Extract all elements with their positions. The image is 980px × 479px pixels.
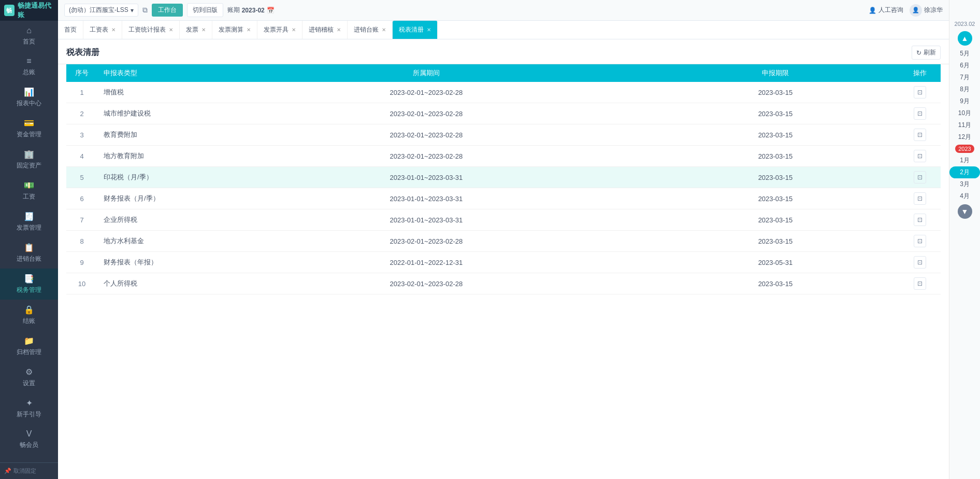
action-view-icon[interactable]: ⊡ [914,192,926,205]
col-action: 操作 [899,64,941,82]
sidebar-label-invoice-mgmt: 发票管理 [17,223,41,232]
close-account-icon: 🔒 [24,305,34,315]
calendar-icon[interactable]: 📅 [267,7,275,14]
col-period: 所属期间 [201,64,652,82]
timeline-month-8[interactable]: 8月 [949,83,980,95]
action-view-icon[interactable]: ⊡ [914,171,926,184]
cell-action: ⊡ [899,124,941,146]
timeline-month-6[interactable]: 6月 [949,60,980,72]
assets-icon: 🏢 [24,149,34,159]
timeline-month-12[interactable]: 12月 [949,131,980,143]
tab-in-out-check-close[interactable]: ✕ [337,27,341,33]
ledger-icon: ≡ [26,57,31,66]
action-view-icon[interactable]: ⊡ [914,214,926,226]
cell-type: 个人所得税 [97,273,201,294]
sidebar-label-salary: 工资 [23,192,35,201]
cell-type: 地方教育附加 [97,146,201,167]
capital-icon: 💳 [24,118,34,128]
tab-invoice-calc[interactable]: 发票测算 ✕ [212,21,257,39]
tab-salary-table[interactable]: 工资表 ✕ [83,21,122,39]
tab-salary-stats[interactable]: 工资统计报表 ✕ [122,21,180,39]
tax-icon: 📑 [24,274,34,284]
cell-seq: 4 [66,146,97,167]
cell-deadline: 2023-03-15 [652,146,899,167]
tab-salary-table-close[interactable]: ✕ [111,27,116,33]
cell-type: 财务报表（月/季） [97,188,201,209]
timeline-down-arrow[interactable]: ▼ [958,204,972,219]
cell-seq: 5 [66,167,97,188]
sidebar-item-member[interactable]: V 畅会员 [0,424,58,455]
timeline-month-9[interactable]: 9月 [949,95,980,107]
timeline-month-10[interactable]: 10月 [949,107,980,119]
sidebar-label-in-out: 进销台账 [17,255,41,263]
timeline-month-4[interactable]: 4月 [949,190,980,202]
switch-old-button[interactable]: 切到旧版 [187,3,223,17]
tab-invoice[interactable]: 发票 ✕ [180,21,212,39]
table-row: 1 增值税 2023-02-01~2023-02-28 2023-03-15 ⊡ [66,82,941,103]
cell-seq: 10 [66,273,97,294]
action-view-icon[interactable]: ⊡ [914,235,926,247]
table-row: 8 地方水利基金 2023-02-01~2023-02-28 2023-03-1… [66,231,941,252]
period-display: 账期 2023-02 📅 [227,6,275,15]
table-row: 10 个人所得税 2023-02-01~2023-02-28 2023-03-1… [66,273,941,294]
user-avatar[interactable]: 👤 徐凉华 [910,4,943,17]
tab-invoice-close[interactable]: ✕ [201,27,206,33]
action-view-icon[interactable]: ⊡ [914,129,926,141]
timeline-month-7[interactable]: 7月 [949,72,980,83]
tab-invoice-calc-close[interactable]: ✕ [247,27,251,33]
timeline-year-2023: 2023 [955,145,974,153]
archive-icon: 📁 [24,336,34,346]
tab-invoice-issue[interactable]: 发票开具 ✕ [257,21,302,39]
cell-type: 地方水利基金 [97,231,201,252]
tab-in-out-check[interactable]: 进销稽核 ✕ [302,21,348,39]
sidebar-item-archive[interactable]: 📁 归档管理 [0,331,58,362]
cell-type: 企业所得税 [97,209,201,231]
cell-type: 城市维护建设税 [97,103,201,124]
timeline-up-arrow[interactable]: ▲ [958,31,972,46]
timeline-header: 2023.02 [955,21,975,27]
timeline-month-2-active[interactable]: 2月 [949,166,980,178]
tab-tax-register[interactable]: 税表清册 ✕ [393,21,438,39]
salary-icon: 💵 [24,180,34,190]
tab-invoice-issue-close[interactable]: ✕ [292,27,296,33]
timeline-month-5[interactable]: 5月 [949,48,980,60]
support-link[interactable]: 👤 人工咨询 [869,6,903,15]
sidebar-item-reports[interactable]: 📊 报表中心 [0,82,58,113]
tab-salary-stats-close[interactable]: ✕ [169,27,173,33]
company-name: (勿动）江西服宝-LSS [69,6,128,15]
cell-type: 财务报表（年报） [97,252,201,273]
company-selector[interactable]: (勿动）江西服宝-LSS ▾ [64,4,138,17]
sidebar-item-guide[interactable]: ✦ 新手引导 [0,393,58,424]
timeline-month-1[interactable]: 1月 [949,154,980,166]
timeline-month-11[interactable]: 11月 [949,119,980,131]
sidebar-item-invoice-mgmt[interactable]: 🧾 发票管理 [0,206,58,237]
tab-in-out-ledger-close[interactable]: ✕ [382,27,386,33]
timeline-month-3[interactable]: 3月 [949,178,980,190]
sidebar-item-settings[interactable]: ⚙ 设置 [0,362,58,393]
action-view-icon[interactable]: ⊡ [914,256,926,269]
action-view-icon[interactable]: ⊡ [914,277,926,290]
sidebar-item-assets[interactable]: 🏢 固定资产 [0,144,58,175]
refresh-button[interactable]: ↻ 刷新 [912,46,941,60]
action-view-icon[interactable]: ⊡ [914,107,926,120]
sidebar-item-salary[interactable]: 💵 工资 [0,175,58,206]
tab-in-out-check-label: 进销稽核 [309,25,334,34]
sidebar-item-close[interactable]: 🔒 结账 [0,300,58,331]
tab-tax-register-close[interactable]: ✕ [427,27,431,33]
sidebar-item-home[interactable]: ⌂ 首页 [0,21,58,51]
workbench-button[interactable]: 工作台 [152,4,183,17]
sidebar-item-capital[interactable]: 💳 资金管理 [0,113,58,144]
sidebar-item-ledger[interactable]: ≡ 总账 [0,51,58,82]
action-view-icon[interactable]: ⊡ [914,86,926,98]
unpin-button[interactable]: 📌 取消固定 [0,462,58,479]
action-view-icon[interactable]: ⊡ [914,150,926,162]
sidebar-item-in-out[interactable]: 📋 进销台账 [0,237,58,269]
cell-period: 2023-02-01~2023-02-28 [201,273,652,294]
tab-home[interactable]: 首页 [64,21,83,39]
tab-in-out-ledger[interactable]: 进销台账 ✕ [348,21,393,39]
cell-period: 2023-02-01~2023-02-28 [201,82,652,103]
sidebar-item-tax[interactable]: 📑 税务管理 [0,269,58,300]
copy-icon[interactable]: ⧉ [142,6,148,15]
refresh-label: 刷新 [924,48,936,57]
cell-period: 2023-01-01~2023-03-31 [201,209,652,231]
